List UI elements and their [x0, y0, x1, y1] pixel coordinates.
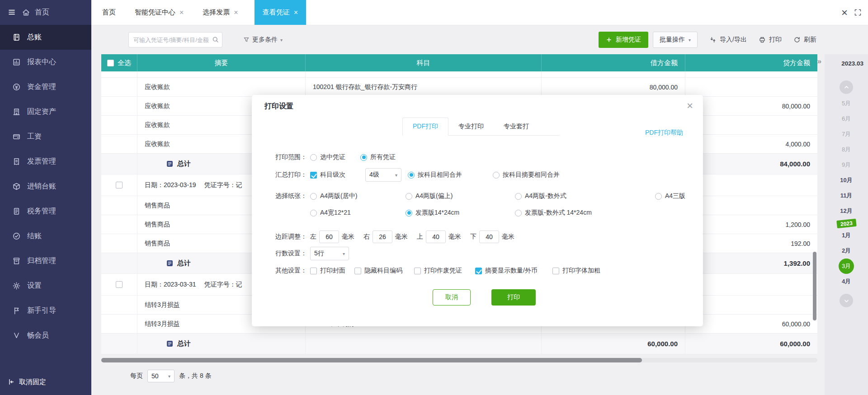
- sidebar-item-general-ledger[interactable]: 总账: [0, 25, 91, 50]
- checkbox-summary-show-qty-currency[interactable]: 摘要显示数量/外币: [475, 267, 552, 275]
- row-checkbox[interactable]: [116, 182, 123, 188]
- margin-left-input[interactable]: [319, 230, 339, 243]
- sidebar-item-reports[interactable]: 报表中心: [0, 50, 91, 75]
- timeline-month[interactable]: 11月: [840, 188, 853, 203]
- timeline-month[interactable]: 1月: [842, 228, 851, 243]
- timeline-month[interactable]: 12月: [840, 203, 852, 219]
- import-export-icon: [709, 36, 717, 43]
- select-all-checkbox[interactable]: [107, 60, 114, 66]
- more-filters-button[interactable]: 更多条件 ▾: [243, 36, 283, 44]
- margin-bottom-input[interactable]: [479, 230, 499, 243]
- table-row[interactable]: 应收账款 100201 银行存款_银行存款-万安商行 80,000.00: [101, 78, 817, 97]
- timeline-month[interactable]: 5月: [842, 96, 851, 111]
- add-voucher-button[interactable]: 新增凭证: [599, 32, 648, 48]
- search-input[interactable]: [128, 32, 222, 47]
- margin-right-input[interactable]: [373, 230, 392, 243]
- close-tab-icon[interactable]: ×: [179, 9, 184, 16]
- checkbox-icon: [552, 268, 559, 274]
- horizontal-scrollbar-thumb[interactable]: [101, 358, 642, 362]
- timeline-month[interactable]: 9月: [842, 157, 851, 173]
- checkbox-print-bold-font[interactable]: 打印字体加粗: [552, 267, 600, 275]
- checkbox-hide-account-code[interactable]: 隐藏科目编码: [354, 267, 414, 275]
- pdf-print-help-link[interactable]: PDF打印帮助: [645, 129, 683, 137]
- radio-invoice-ext-14x24[interactable]: 发票版-数外式 14*24cm: [515, 209, 592, 217]
- close-tab-icon[interactable]: ×: [234, 9, 238, 16]
- timeline-month[interactable]: 2月: [842, 243, 851, 259]
- sidebar-item-settings[interactable]: 设置: [0, 273, 91, 298]
- menu-icon[interactable]: [8, 8, 16, 18]
- fullscreen-icon[interactable]: [854, 9, 862, 16]
- print-button-toolbar[interactable]: 打印: [759, 36, 782, 44]
- toolbar: 更多条件 ▾ 新增凭证 批量操作 ▾ 导入/导出 打印 刷新: [91, 25, 868, 54]
- total-label: 总计: [177, 259, 191, 268]
- page-size-select[interactable]: 50 ▾: [147, 370, 175, 382]
- tab-view-voucher[interactable]: 查看凭证×: [255, 0, 306, 25]
- margin-top-input[interactable]: [426, 230, 446, 243]
- row-checkbox[interactable]: [116, 281, 123, 288]
- vertical-scrollbar[interactable]: [813, 252, 816, 320]
- tab-select-invoice[interactable]: 选择发票×: [203, 0, 238, 25]
- sidebar-item-tax[interactable]: 税务管理: [0, 199, 91, 224]
- timeline-month[interactable]: 6月: [842, 111, 851, 127]
- credit-total: 60,000.00: [780, 340, 810, 348]
- timeline-month-active[interactable]: 3月: [839, 259, 854, 274]
- sidebar-item-funds[interactable]: 资金管理: [0, 75, 91, 99]
- close-icon[interactable]: ×: [841, 7, 848, 18]
- sidebar-item-salary[interactable]: 工资: [0, 124, 91, 149]
- timeline-month[interactable]: 4月: [842, 274, 851, 289]
- radio-a4-two-top[interactable]: A4两版(偏上): [406, 192, 515, 200]
- col-credit: 贷方金额: [685, 54, 817, 71]
- checkbox-print-cover[interactable]: 打印封面: [310, 267, 354, 275]
- timeline-month[interactable]: 10月: [840, 173, 852, 188]
- timeline-year-badge[interactable]: 2023: [836, 218, 856, 228]
- checkbox-account-level[interactable]: 科目级次: [310, 171, 345, 179]
- sidebar-item-purchase-sales-ledger[interactable]: 进销台账: [0, 174, 91, 199]
- radio-icon: [408, 172, 415, 179]
- radio-merge-same-account[interactable]: 按科目相同合并: [408, 171, 462, 179]
- import-export-button[interactable]: 导入/导出: [709, 36, 747, 44]
- radio-merge-same-account-summary[interactable]: 按科目摘要相同合并: [493, 171, 560, 179]
- refresh-button[interactable]: 刷新: [793, 36, 816, 44]
- timeline-month[interactable]: 7月: [842, 127, 851, 142]
- unpin-sidebar-button[interactable]: 取消固定: [0, 371, 91, 392]
- line-count-select[interactable]: 5行▾: [310, 247, 349, 260]
- sidebar-item-membership[interactable]: 畅会员: [0, 323, 91, 348]
- salary-icon: [12, 132, 21, 141]
- gear-icon: [12, 282, 21, 290]
- invoice-icon: [12, 157, 21, 166]
- radio-a4-wide-12x21[interactable]: A4宽12*21: [310, 209, 406, 217]
- horizontal-scrollbar-track[interactable]: [101, 358, 817, 362]
- sidebar-item-invoices[interactable]: 发票管理: [0, 149, 91, 174]
- sidebar-item-fixed-assets[interactable]: 固定资产: [0, 99, 91, 124]
- timeline-up-button[interactable]: [840, 80, 853, 94]
- close-tab-icon[interactable]: ×: [294, 9, 298, 16]
- search-icon[interactable]: [212, 36, 219, 45]
- paper-label: 选择纸张：: [265, 192, 307, 200]
- radio-selected-vouchers[interactable]: 选中凭证: [310, 153, 360, 161]
- timeline-month[interactable]: 8月: [842, 142, 851, 157]
- dialog-close-icon[interactable]: ×: [687, 100, 693, 111]
- tab-professional-print[interactable]: 专业打印: [448, 118, 494, 135]
- tab-smart-voucher-center[interactable]: 智能凭证中心×: [135, 0, 184, 25]
- tab-pdf-print[interactable]: PDF打印: [402, 118, 448, 136]
- radio-invoice-14x24[interactable]: 发票版14*24cm: [406, 209, 515, 217]
- sidebar-item-closing[interactable]: 结账: [0, 224, 91, 249]
- print-button[interactable]: 打印: [491, 289, 536, 306]
- radio-a4-two-ext[interactable]: A4两版-数外式: [515, 192, 655, 200]
- expand-columns-icon[interactable]: »: [817, 57, 821, 66]
- sidebar-item-guide[interactable]: 新手引导: [0, 298, 91, 323]
- tab-professional-template-print[interactable]: 专业套打: [494, 118, 539, 135]
- batch-operations-button[interactable]: 批量操作 ▾: [653, 32, 698, 48]
- cancel-button[interactable]: 取消: [433, 289, 471, 306]
- sidebar-item-archive[interactable]: 归档管理: [0, 249, 91, 273]
- account-cell: 100201 银行存款_银行存款-万安商行: [313, 83, 417, 91]
- tab-home[interactable]: 首页: [102, 0, 116, 25]
- account-level-select[interactable]: 4级▾: [365, 168, 401, 182]
- radio-all-vouchers[interactable]: 所有凭证: [360, 153, 396, 161]
- refresh-icon: [793, 36, 801, 43]
- archive-icon: [12, 257, 21, 265]
- radio-a4-three[interactable]: A4三版: [655, 192, 685, 200]
- checkbox-print-void-voucher[interactable]: 打印作废凭证: [414, 267, 475, 275]
- timeline-down-button[interactable]: [840, 294, 853, 307]
- radio-a4-two-center[interactable]: A4两版(居中): [310, 192, 406, 200]
